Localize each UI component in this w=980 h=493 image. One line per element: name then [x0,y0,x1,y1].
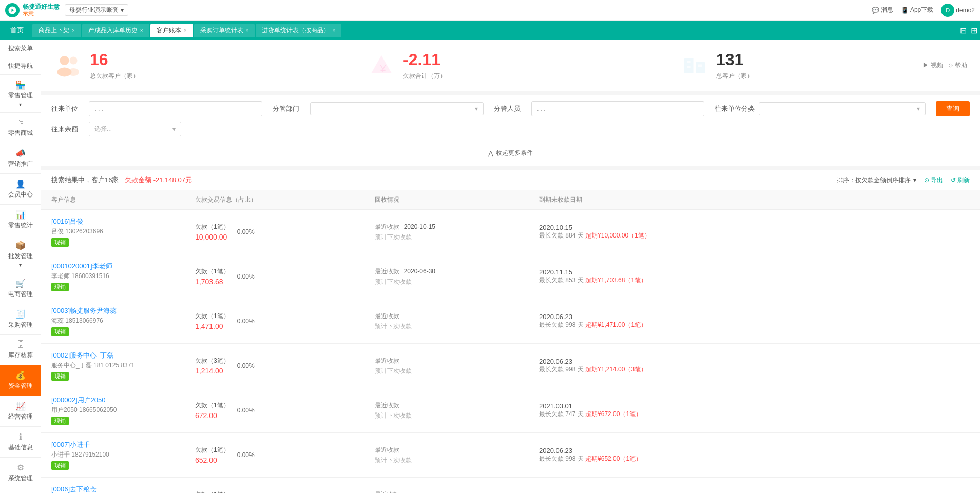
maximize-icon[interactable]: ⊞ [971,26,977,35]
manager-input[interactable]: ... [531,101,705,116]
debt-ratio: 0.00% [237,273,255,280]
tab-close-production[interactable]: × [140,28,143,33]
last-collection-date: 2020-10-15 [404,223,435,230]
inventory-icon: 🗄 [16,340,25,349]
total-customers-label: 总客户（家） [716,72,753,81]
logo-icon [5,3,20,17]
col-header-due: 到期未收款日期 [539,195,970,204]
department-select[interactable]: ▾ [310,102,484,115]
tab-home[interactable]: 首页 [3,23,31,38]
tab-production[interactable]: 产成品入库单历史 × [82,24,149,37]
debt-amount[interactable]: 1,703.68 [195,278,229,286]
sidebar-item-batch[interactable]: 📦 批发管理 ▾ [0,235,41,273]
sidebar-item-retail-stats[interactable]: 📊 零售统计 [0,205,41,235]
stat-card-total-customers: 131 总客户（家） ▶ 视频 ⊙ 帮助 [667,40,980,91]
top-bar: 畅捷通好生意 示意 母婴行业演示账套 ▾ 💬 消息 📱 App下载 D demo… [0,0,980,21]
debt-amount[interactable]: 10,000.00 [195,233,229,241]
overdue-amount[interactable]: 超期¥672.00（1笔） [585,410,642,418]
sidebar-item-operations[interactable]: 📈 经营管理 [0,396,41,427]
customer-name-link[interactable]: [0002]服务中心_丁磊 [51,351,113,359]
purchase-icon: 🧾 [15,309,26,319]
due-date-cell: 2020.06.23 最长欠款 998 天 超期¥652.00（1笔） [539,447,970,463]
debt-amount[interactable]: 1,214.00 [195,367,229,375]
minimize-icon[interactable]: ⊟ [960,26,967,35]
tab-purchase-order[interactable]: 采购订单统计表 × [194,24,255,37]
debt-cell: 欠款（1笔） 1,471.00 0.00% [195,312,375,330]
total-customers-number: 131 [716,50,753,69]
filter-unit-class: 往来单位分类 ▾ [715,102,926,115]
help-icon: ⊙ [948,62,953,69]
sidebar-item-retail-mall[interactable]: 🛍 零售商城 [0,113,41,143]
last-collection-label: 最近收款 [375,491,399,494]
sidebar-item-enterprise-coop[interactable]: 🤝 企业协同 [0,488,41,493]
recovery-cell: 最近收款 2020-10-15 预计下次收款 [375,223,539,242]
customer-name-link[interactable]: [0003]畅捷服务尹海蕊 [51,307,117,314]
debt-amount[interactable]: 672.00 [195,411,229,420]
tab-customer-account[interactable]: 客户账本 × [150,24,193,37]
refresh-icon: ↺ [951,176,956,184]
sidebar-item-system[interactable]: ⚙ 系统管理 [0,458,41,488]
customer-name-link[interactable]: [000002]用户2050 [51,396,106,404]
sidebar-item-purchase[interactable]: 🧾 采购管理 [0,304,41,335]
overdue-days: 最长欠款 998 天 [539,321,585,328]
table-body: [0016]吕俊 吕俊 13026203696 现销 欠款（1笔） 10,000… [41,210,980,493]
sidebar-item-inventory[interactable]: 🗄 库存核算 [0,335,41,365]
overdue-amount[interactable]: 超期¥10,000.00（1笔） [585,232,650,239]
overdue-amount[interactable]: 超期¥1,471.00（1笔） [585,321,647,328]
marketing-icon: 📣 [15,148,26,158]
search-button[interactable]: 查询 [936,101,970,116]
sidebar-item-retail-management[interactable]: 🏪 零售管理 ▾ [0,75,41,113]
svg-rect-9 [687,66,691,68]
last-collection-date: 2020-06-30 [404,268,435,275]
table-header: 客户信息 欠款交易信息（占比） 回收情况 到期未收款日期 [41,190,980,210]
debt-cell: 欠款（1笔） 672.00 0.00% [195,401,375,420]
app-download-btn[interactable]: 📱 App下载 [901,6,933,14]
sidebar-item-ecommerce[interactable]: 🛒 电商管理 [0,273,41,304]
next-collection: 预计下次收款 [375,367,539,376]
refresh-button[interactable]: ↺ 刷新 [951,176,970,185]
tenant-selector[interactable]: 母婴行业演示账套 ▾ [65,4,128,16]
help-btn[interactable]: ⊙ 帮助 [948,61,967,70]
mobile-icon: 📱 [901,7,909,14]
tab-close-incoming[interactable]: × [332,28,335,33]
due-date-value: 2020.06.23 [539,358,970,365]
sidebar-item-marketing[interactable]: 📣 营销推广 [0,143,41,174]
next-collection: 预计下次收款 [375,322,539,331]
overdue-amount[interactable]: 超期¥1,214.00（3笔） [585,366,647,373]
stat-card-customers: 16 总欠款客户（家） [41,40,354,91]
search-menu[interactable]: 搜索菜单 [0,40,41,57]
table-row: [0006]去下粮仓 陈小希 现销 欠款（1笔） 455.90 0.00% 最近… [41,478,980,493]
tab-products[interactable]: 商品上下架 × [32,24,81,37]
sidebar-item-finance[interactable]: 💰 资金管理 [0,365,41,396]
sort-select[interactable]: 排序：按欠款金额倒序排序 ▾ [837,176,916,185]
quick-nav[interactable]: 快捷导航 [0,57,41,75]
export-button[interactable]: ⊙ 导出 [924,176,943,185]
sidebar-item-member[interactable]: 👤 会员中心 [0,174,41,205]
video-btn[interactable]: ▶ 视频 [923,61,943,70]
message-btn[interactable]: 💬 消息 [872,6,893,14]
debt-amount[interactable]: 1,471.00 [195,322,229,330]
customer-name-link[interactable]: [0006]去下粮仓 [51,485,97,493]
overdue-amount[interactable]: 超期¥1,703.68（1笔） [585,277,647,284]
total-debt-label: 欠款合计（万） [403,72,446,81]
debt-amount[interactable]: 652.00 [195,456,229,464]
last-collection-label: 最近收款 [375,402,399,409]
unit-class-select[interactable]: ▾ [759,102,926,115]
customer-tag: 现销 [51,283,69,291]
customer-name-link[interactable]: [0001020001]李老师 [51,262,112,270]
customer-name-link[interactable]: [0007]小进千 [51,441,90,448]
collapse-button[interactable]: ⋀ 收起更多条件 [51,146,970,160]
source-unit-input[interactable]: ... [89,101,262,116]
customer-info-cell: [0003]畅捷服务尹海蕊 海蕊 18513066976 现销 [51,306,195,336]
customer-name-link[interactable]: [0016]吕俊 [51,218,83,225]
tab-close-products[interactable]: × [72,28,75,33]
tab-close-customer-account[interactable]: × [184,28,187,33]
user-menu[interactable]: D demo2 [941,4,975,17]
overdue-amount[interactable]: 超期¥652.00（1笔） [585,455,642,462]
export-icon: ⊙ [924,176,929,184]
overdue-days: 最长欠款 998 天 [539,366,585,373]
tab-close-purchase[interactable]: × [246,28,249,33]
tab-incoming-stats[interactable]: 进货单统计表（按商品） × [256,24,341,37]
sidebar-item-basic-info[interactable]: ℹ 基础信息 [0,427,41,458]
balance-select[interactable]: 选择... ▾ [89,122,181,136]
